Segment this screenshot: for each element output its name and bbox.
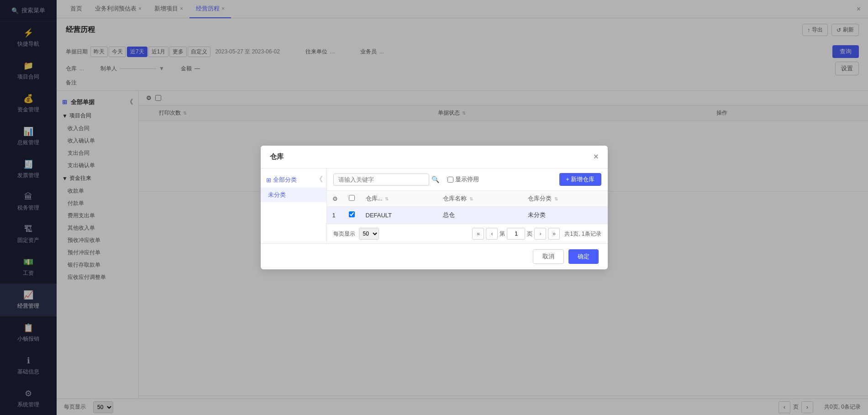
- grid-icon2: ⊞: [266, 177, 271, 184]
- modal-search-input[interactable]: [333, 173, 429, 186]
- cell-index: 1: [327, 207, 343, 224]
- sort-icon-code: ⇅: [385, 196, 389, 201]
- modal-header: 仓库 ×: [261, 146, 608, 168]
- cancel-button[interactable]: 取消: [533, 249, 564, 264]
- warehouse-table: ⚙ 仓库... ⇅ 仓库名称 ⇅: [327, 191, 608, 224]
- modal-pagination: « ‹ 第 页 › » 共1页, 1条记录: [472, 228, 601, 240]
- th-warehouse-code[interactable]: 仓库... ⇅: [360, 191, 437, 207]
- modal-overlay: 仓库 × ⊞ 全部分类 《 未分类 🔍: [0, 0, 868, 415]
- modal-body: ⊞ 全部分类 《 未分类 🔍 显示停用: [261, 168, 608, 243]
- th-warehouse-category[interactable]: 仓库分类 ⇅: [522, 191, 607, 207]
- modal-actions: 取消 确定: [261, 243, 608, 269]
- page-next-btn[interactable]: ›: [534, 228, 546, 240]
- sort-icon-name: ⇅: [469, 196, 473, 201]
- page-first-btn[interactable]: «: [472, 228, 484, 240]
- row-checkbox[interactable]: [349, 211, 355, 217]
- th-modal-checkbox: [343, 191, 360, 207]
- confirm-button[interactable]: 确定: [568, 249, 599, 264]
- modal-per-page-select[interactable]: 50: [359, 228, 379, 240]
- sort-icon-cat: ⇅: [554, 196, 558, 201]
- show-disabled-checkbox[interactable]: [447, 177, 453, 183]
- cell-checkbox: [343, 207, 360, 224]
- modal-left-item-uncategorized[interactable]: 未分类: [261, 188, 326, 202]
- add-warehouse-button[interactable]: + 新增仓库: [559, 173, 601, 186]
- modal-per-page-label: 每页显示: [333, 230, 355, 238]
- th-modal-gear[interactable]: ⚙: [327, 191, 343, 207]
- modal-table: ⚙ 仓库... ⇅ 仓库名称 ⇅: [327, 191, 608, 224]
- all-category-label: 全部分类: [273, 176, 297, 184]
- modal-search-wrap: 🔍: [333, 173, 443, 186]
- show-disabled-label[interactable]: 显示停用: [447, 175, 479, 184]
- warehouse-modal: 仓库 × ⊞ 全部分类 《 未分类 🔍: [261, 146, 608, 269]
- modal-select-all[interactable]: [349, 195, 355, 201]
- table-row[interactable]: 1 DEFAULT 总仓 未分类: [327, 207, 608, 224]
- cell-category: 未分类: [522, 207, 607, 224]
- modal-left-panel: ⊞ 全部分类 《 未分类: [261, 168, 327, 243]
- modal-footer-bar: 每页显示 50 « ‹ 第 页 › » 共1页, 1条记录: [327, 224, 608, 243]
- cell-name: 总仓: [437, 207, 522, 224]
- page-number-input[interactable]: [507, 228, 525, 240]
- page-prev-btn[interactable]: ‹: [486, 228, 498, 240]
- modal-collapse-btn[interactable]: 《: [312, 173, 326, 186]
- modal-toolbar: 🔍 显示停用 + 新增仓库: [327, 168, 608, 191]
- page-label-after: 页: [527, 230, 532, 238]
- modal-title: 仓库: [270, 152, 284, 161]
- page-total-info: 共1页, 1条记录: [564, 230, 601, 238]
- page-last-btn[interactable]: »: [548, 228, 560, 240]
- modal-search-icon[interactable]: 🔍: [431, 176, 439, 183]
- show-disabled-text: 显示停用: [455, 175, 479, 184]
- modal-close-btn[interactable]: ×: [594, 152, 599, 162]
- cell-code: DEFAULT: [360, 207, 437, 224]
- modal-right-panel: 🔍 显示停用 + 新增仓库 ⚙: [327, 168, 608, 243]
- page-label-before: 第: [500, 230, 505, 238]
- th-warehouse-name[interactable]: 仓库名称 ⇅: [437, 191, 522, 207]
